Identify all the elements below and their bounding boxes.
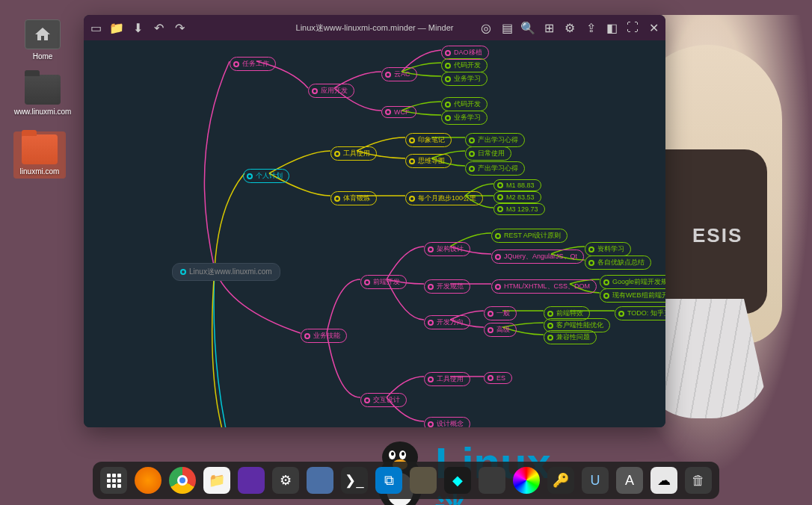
sidebar-icon[interactable]: ◧ xyxy=(606,22,618,34)
node[interactable]: 架构设计 xyxy=(424,242,470,256)
node[interactable]: 每个月跑步100公里 xyxy=(405,191,483,205)
open-icon[interactable]: 📁 xyxy=(111,22,123,34)
dock-trash[interactable]: 🗑 xyxy=(685,467,712,494)
node[interactable]: M1 88.83 xyxy=(493,179,541,191)
node[interactable]: ES xyxy=(484,372,512,384)
dock-uapp[interactable]: U xyxy=(582,467,609,494)
home-icon[interactable]: Home xyxy=(16,19,69,61)
search-icon[interactable]: 🔍 xyxy=(522,22,534,34)
node[interactable]: 应用开发 xyxy=(308,84,354,98)
node[interactable]: 工具使用 xyxy=(424,372,470,386)
redo-icon[interactable]: ↷ xyxy=(173,22,185,34)
minder-window: ▭ 📁 ⬇ ↶ ↷ Linux迷www-linuxmi-com.minder —… xyxy=(84,15,665,427)
node[interactable]: 开发方向 xyxy=(424,315,470,329)
node[interactable]: TODO: 知乎五周年特效 xyxy=(615,306,665,320)
node[interactable]: 代码开发 xyxy=(441,97,487,111)
close-icon[interactable]: ✕ xyxy=(648,22,659,34)
node[interactable]: 前端开发 xyxy=(360,275,407,289)
node[interactable]: 开发规范 xyxy=(424,279,470,294)
folder-linuxmi[interactable]: linuxmi.com xyxy=(13,131,66,179)
node[interactable]: 代码开发 xyxy=(441,58,487,72)
dock-weather[interactable]: ☁ xyxy=(650,467,677,494)
dock-tweaks[interactable] xyxy=(238,467,265,494)
node[interactable]: 业务学习 xyxy=(441,111,487,125)
node[interactable]: 业务学习 xyxy=(441,72,487,86)
node[interactable]: REST API设计原则 xyxy=(491,229,568,243)
node[interactable]: 产出学习心得 xyxy=(465,133,525,147)
dock-update[interactable]: A xyxy=(616,467,643,494)
node[interactable]: M2 83.53 xyxy=(493,191,541,203)
zoom-icon[interactable]: ⊞ xyxy=(543,22,555,34)
dock-inkscape[interactable]: ◆ xyxy=(444,467,471,494)
dock-krita[interactable] xyxy=(479,467,505,494)
list-icon[interactable]: ▤ xyxy=(501,22,513,34)
node[interactable]: 任务工作 xyxy=(230,57,276,71)
dock-color[interactable] xyxy=(513,467,540,494)
node[interactable]: 资料学习 xyxy=(585,242,631,256)
node[interactable]: 高级 xyxy=(484,323,517,337)
mindmap-canvas[interactable]: Linux迷www.linuxmi.com 任务工作 应用开发 云AC WCF … xyxy=(84,40,665,427)
node[interactable]: 一般 xyxy=(484,306,517,320)
node[interactable]: JQuery、AngularJS、Qt xyxy=(491,250,584,264)
node[interactable]: Google前端开发规范学习 xyxy=(600,275,665,289)
node[interactable]: 工具使用 xyxy=(330,146,377,161)
node[interactable]: 交互设计 xyxy=(360,393,407,407)
node[interactable]: 产出学习心得 xyxy=(465,161,525,176)
node[interactable]: 设计概念 xyxy=(424,417,470,427)
desktop-label: Home xyxy=(16,52,69,61)
node[interactable]: 云AC xyxy=(381,67,417,81)
node[interactable]: 体育锻炼 xyxy=(330,191,377,205)
desktop-label: linuxmi.com xyxy=(16,167,63,176)
node[interactable]: 日常使用 xyxy=(465,146,511,161)
dock-settings[interactable]: ⚙ xyxy=(272,467,299,494)
share-icon[interactable]: ⇪ xyxy=(585,22,597,34)
fullscreen-icon[interactable]: ⛶ xyxy=(627,22,639,34)
node[interactable]: 各自优缺点总结 xyxy=(585,255,651,270)
node[interactable]: 兼容性问题 xyxy=(544,330,597,344)
gear-icon[interactable]: ⚙ xyxy=(564,22,576,34)
dock-chrome[interactable] xyxy=(169,467,196,494)
target-icon[interactable]: ◎ xyxy=(480,22,492,34)
new-icon[interactable]: ▭ xyxy=(90,22,102,34)
mindmap-root[interactable]: Linux迷www.linuxmi.com xyxy=(172,263,280,281)
window-title: Linux迷www-linuxmi-com.minder — Minder xyxy=(296,22,454,34)
dock-gimp[interactable] xyxy=(410,467,437,494)
save-icon[interactable]: ⬇ xyxy=(132,22,144,34)
node[interactable]: HTML/XHTML、CSS、DOM xyxy=(491,279,597,294)
dock-apps[interactable] xyxy=(100,467,127,494)
dock-vscode[interactable]: ⧉ xyxy=(375,467,402,494)
node[interactable]: 印象笔记 xyxy=(405,133,452,147)
node[interactable]: 个人计划 xyxy=(243,169,289,183)
folder-linuxmi-www[interactable]: www.linuxmi.com xyxy=(9,75,76,116)
dock-keepass[interactable]: 🔑 xyxy=(547,467,574,494)
node[interactable]: 现有WEB组前端开发规范整理 xyxy=(600,288,665,303)
node[interactable]: 思维导图 xyxy=(405,154,452,168)
dock-terminal[interactable]: ❯_ xyxy=(341,467,368,494)
desktop-label: www.linuxmi.com xyxy=(9,108,76,116)
dock: 📁 ⚙ ❯_ ⧉ ◆ 🔑 U A ☁ 🗑 xyxy=(93,462,719,499)
dock-files[interactable]: 📁 xyxy=(203,467,230,494)
node[interactable]: WCF xyxy=(381,106,416,118)
titlebar[interactable]: ▭ 📁 ⬇ ↶ ↷ Linux迷www-linuxmi-com.minder —… xyxy=(84,15,665,40)
node[interactable]: M3 129.73 xyxy=(493,203,545,215)
dock-firefox[interactable] xyxy=(135,467,162,494)
node[interactable]: 业务技能 xyxy=(301,329,347,343)
dock-activity[interactable] xyxy=(307,467,333,494)
undo-icon[interactable]: ↶ xyxy=(153,22,164,34)
